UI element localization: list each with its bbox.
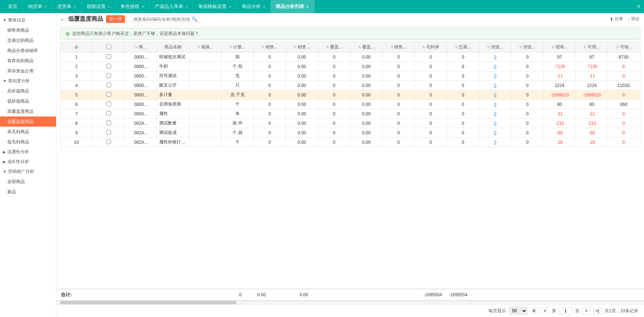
sidebar-item-high-coverage[interactable]: 高覆盖度商品 — [0, 106, 56, 116]
nav-tab-sales[interactable]: 销货单 × — [23, 0, 52, 13]
cell-check[interactable] — [93, 119, 125, 128]
cell-view1[interactable]: 0 — [479, 100, 511, 109]
nav-tab-template[interactable]: 单据模板设置 × — [193, 0, 236, 13]
close-all-tabs-button[interactable]: × — [637, 3, 640, 10]
col-spec-header[interactable]: 规格... — [189, 42, 221, 52]
select-all-checkbox[interactable] — [106, 44, 111, 49]
sidebar-item-high-margin[interactable]: 高毛利商品 — [0, 127, 56, 137]
cell-check[interactable] — [93, 128, 125, 138]
cell-check[interactable] — [93, 109, 125, 119]
cell-avail: -7105 — [576, 62, 608, 71]
sidebar-item-low-margin[interactable]: 低毛利商品 — [0, 137, 56, 147]
sidebar-section-growth[interactable]: ▶ 成长性分析 — [0, 157, 56, 167]
table-container[interactable]: ⚙ 商... 商品名称 规格... 计量... 销售... 销售... 覆盖..… — [56, 42, 644, 289]
col-unit-header[interactable]: 计量... — [221, 42, 254, 52]
date-filter-button[interactable]: 近一月 — [106, 15, 125, 23]
sidebar-item-all-goods[interactable]: 全部商品 — [0, 177, 56, 187]
close-permissions-icon[interactable]: × — [108, 4, 110, 9]
sidebar-item-stock-capital[interactable]: 库存资金占用 — [0, 66, 56, 76]
nav-tab-home[interactable]: 首页 — [3, 0, 23, 13]
settings-icon[interactable]: ⚙ — [74, 45, 78, 50]
sidebar-item-category-rate[interactable]: 商品分类动销率 — [0, 45, 56, 56]
cell-stock: 1224 — [543, 81, 576, 90]
col-sales3-header[interactable]: 销售... — [382, 42, 415, 52]
cell-check[interactable] — [93, 52, 125, 62]
cell-view1[interactable]: 0 — [479, 119, 511, 128]
sidebar-section-circulation[interactable]: ▶ 流通性分析 — [0, 147, 56, 157]
search-input[interactable] — [133, 17, 192, 22]
cell-view1[interactable]: 0 — [479, 71, 511, 81]
cell-check[interactable] — [93, 100, 125, 109]
close-products-icon[interactable]: × — [185, 4, 188, 9]
cell-spec — [189, 128, 221, 138]
nav-tab-products[interactable]: 产成品入库单 × — [150, 0, 193, 13]
last-page-button[interactable]: >| — [593, 307, 602, 314]
col-margin-header[interactable]: 毛利率 — [415, 42, 447, 52]
close-analysis-icon[interactable]: × — [263, 4, 265, 9]
sidebar-item-in-stock[interactable]: 有库存的商品 — [0, 56, 56, 66]
cell-name: 多计量 — [157, 90, 189, 100]
close-sales-icon[interactable]: × — [44, 4, 47, 9]
nav-tab-analysis-list[interactable]: 商品分析列表 × — [271, 0, 314, 13]
prev-page-button[interactable]: < — [541, 307, 549, 314]
export-button[interactable]: ↓ 导出 — [628, 16, 640, 22]
col-stock-header[interactable]: 现有... — [543, 42, 576, 52]
cell-sellable: 0: — [608, 128, 640, 138]
col-name-header[interactable]: 商品名称 — [157, 42, 189, 52]
nav-tab-purchase[interactable]: 进货单 × — [52, 0, 81, 13]
nav-tab-permissions[interactable]: 权限设置 × — [82, 0, 115, 13]
cell-check[interactable] — [93, 90, 125, 100]
cell-index: 10 — [60, 138, 93, 147]
col-view1-header[interactable]: 浏览... — [479, 42, 511, 52]
sidebar-section-overall[interactable]: ▼ 整体信息 — [0, 15, 56, 25]
sidebar-item-low-coverage[interactable]: 低覆盖度商品 — [0, 116, 56, 127]
cell-view1[interactable]: 0 — [479, 81, 511, 90]
horizontal-scrollbar[interactable] — [56, 301, 644, 304]
col-coverage2-header[interactable]: 覆盖... — [350, 42, 382, 52]
col-sales1-header[interactable]: 销售... — [254, 42, 286, 52]
cell-view1[interactable]: 0 — [479, 90, 511, 100]
col-sales2-header[interactable]: 销售... — [286, 42, 318, 52]
sidebar-item-traded-goods[interactable]: 交易过的商品 — [0, 35, 56, 45]
col-view2-header[interactable]: 浏览... — [511, 42, 543, 52]
cell-unit: 米 — [221, 109, 254, 119]
cell-view2: 0 — [511, 62, 543, 71]
collapse-sidebar-button[interactable]: « — [61, 16, 64, 22]
sidebar-item-low-value[interactable]: 低价值商品 — [0, 96, 56, 106]
col-trade-header[interactable]: 交易... — [447, 42, 479, 52]
page-number-input[interactable] — [559, 307, 572, 314]
per-page-select[interactable]: 50 100 200 — [509, 307, 527, 315]
cell-check[interactable] — [93, 81, 125, 90]
close-analysis-list-icon[interactable]: × — [306, 4, 309, 9]
nav-tab-analysis[interactable]: 商品分析 × — [237, 0, 271, 13]
sidebar-item-new-goods[interactable]: 新品 — [0, 187, 56, 197]
col-sellable-header[interactable]: 可销... — [608, 42, 640, 52]
cell-spec — [189, 81, 221, 90]
cell-check[interactable] — [93, 138, 125, 147]
sidebar-section-category[interactable]: ▼ 类别度分析 — [0, 76, 56, 86]
close-roles-icon[interactable]: × — [142, 4, 144, 9]
cell-check[interactable] — [93, 62, 125, 71]
col-avail-header[interactable]: 可用... — [576, 42, 608, 52]
cell-view1[interactable]: 0 — [479, 109, 511, 119]
col-code-header[interactable]: 商... — [125, 42, 157, 52]
share-button[interactable]: ⬆ 分享 — [610, 16, 623, 22]
table-row: 20000...牛奶个,包00.0000.0000000-7105-71050: — [60, 62, 640, 71]
close-template-icon[interactable]: × — [229, 4, 231, 9]
search-icon[interactable]: 🔍 — [192, 16, 197, 22]
cell-view1[interactable]: 0 — [479, 128, 511, 138]
cell-c2: 0.00 — [350, 81, 382, 90]
sidebar-item-sales-goods[interactable]: 销售类商品 — [0, 25, 56, 35]
cell-check[interactable] — [93, 71, 125, 81]
nav-tab-roles[interactable]: 角色授权 × — [115, 0, 149, 13]
col-coverage1-header[interactable]: 覆盖... — [318, 42, 350, 52]
sidebar-section-marketing[interactable]: ▼ 营销推广分析 — [0, 167, 56, 177]
close-purchase-icon[interactable]: × — [74, 4, 76, 9]
cell-view1[interactable]: 0 — [479, 52, 511, 62]
cell-view1[interactable]: 0 — [479, 138, 511, 147]
cell-view1[interactable]: 0 — [479, 62, 511, 71]
first-page-button[interactable]: K — [530, 307, 538, 314]
cell-name: 启用保质期 — [157, 100, 189, 109]
next-page-button[interactable]: > — [582, 307, 590, 314]
sidebar-item-high-value[interactable]: 高价值商品 — [0, 86, 56, 96]
